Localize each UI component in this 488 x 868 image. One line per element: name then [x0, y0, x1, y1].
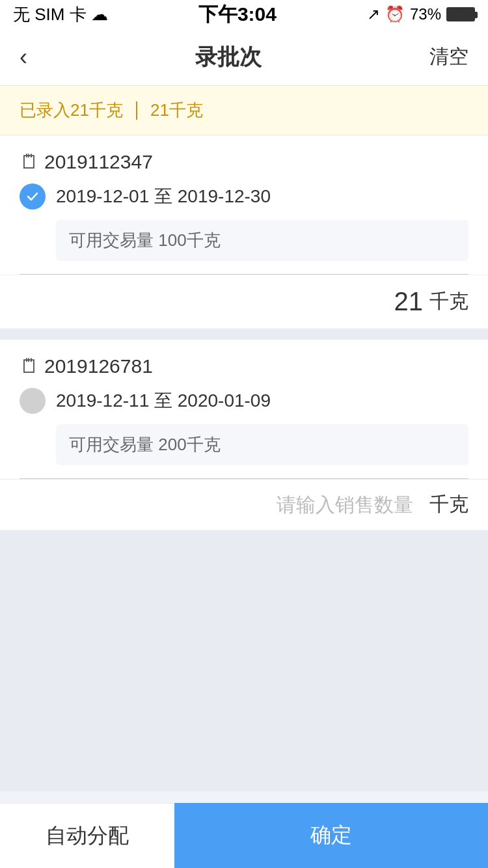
batch-1-date: 2019-12-01 至 2019-12-30 [56, 184, 271, 209]
batch-2-available: 可用交易量 200千克 [56, 424, 468, 465]
batch-1-id-icon: 🗒 [20, 151, 39, 173]
page-title: 录批次 [195, 42, 262, 72]
nav-bar: ‹ 录批次 清空 [0, 29, 488, 86]
batch-2-date: 2019-12-11 至 2020-01-09 [56, 388, 271, 413]
status-time: 下午3:04 [198, 1, 277, 28]
batch-2-id-icon: 🗒 [20, 355, 39, 377]
batch-2-header: 🗒 2019126781 [0, 340, 488, 383]
clear-button[interactable]: 清空 [429, 44, 468, 70]
batch-1-id: 2019112347 [44, 151, 153, 173]
status-bar: 无 SIM 卡 ☁ 下午3:04 ↗ ⏰ 73% [0, 0, 488, 29]
batch-item-2: 🗒 2019126781 2019-12-11 至 2020-01-09 可用交… [0, 340, 488, 530]
batch-1-quantity-value: 21 [394, 287, 424, 316]
battery-percent: 73% [410, 5, 441, 23]
banner-divider [136, 102, 137, 120]
batch-1-date-row[interactable]: 2019-12-01 至 2019-12-30 [0, 178, 488, 215]
batch-1-header: 🗒 2019112347 [0, 135, 488, 178]
confirm-button[interactable]: 确定 [174, 803, 488, 868]
sim-status: 无 SIM 卡 ☁ [13, 3, 108, 26]
batch-1-quantity-row: 21 千克 [0, 275, 488, 328]
batch-2-quantity-row[interactable]: 千克 [0, 479, 488, 530]
bottom-background [0, 531, 488, 791]
batch-1-quantity-unit: 千克 [429, 288, 468, 315]
batch-2-quantity-input[interactable] [20, 494, 423, 516]
batch-item-1: 🗒 2019112347 2019-12-01 至 2019-12-30 可用交… [0, 135, 488, 328]
section-divider [0, 329, 488, 340]
batch-1-available: 可用交易量 100千克 [56, 220, 468, 261]
auto-assign-button[interactable]: 自动分配 [0, 803, 174, 868]
battery-icon [446, 7, 475, 21]
back-button[interactable]: ‹ [20, 44, 27, 71]
location-icon: ↗ [367, 5, 380, 23]
recorded-amount: 已录入21千克 [20, 99, 123, 122]
banner-value: 21千克 [150, 99, 203, 122]
info-banner: 已录入21千克 21千克 [0, 86, 488, 135]
bottom-bar: 自动分配 确定 [0, 803, 488, 868]
status-left: 无 SIM 卡 ☁ [13, 3, 108, 26]
batch-2-quantity-unit: 千克 [429, 491, 468, 518]
alarm-icon: ⏰ [385, 5, 405, 23]
batch-2-date-row[interactable]: 2019-12-11 至 2020-01-09 [0, 383, 488, 419]
batch-1-radio[interactable] [20, 183, 46, 210]
batch-2-id: 2019126781 [44, 355, 153, 377]
batch-2-radio[interactable] [20, 388, 46, 414]
status-right: ↗ ⏰ 73% [367, 5, 475, 23]
